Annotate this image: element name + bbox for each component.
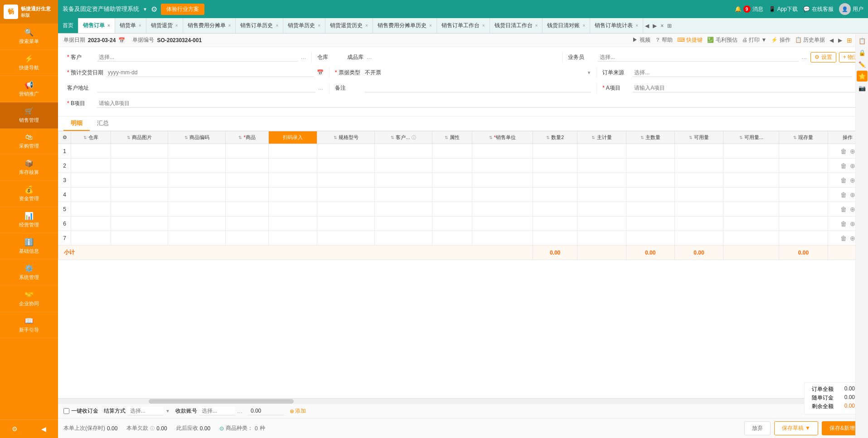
nav-next-icon[interactable]: ▶ bbox=[838, 37, 842, 43]
row7-scan[interactable] bbox=[269, 231, 317, 245]
grid-view-icon[interactable]: ⊞ bbox=[847, 37, 852, 44]
row2-qty2[interactable] bbox=[533, 159, 577, 173]
row4-code[interactable] bbox=[168, 188, 226, 202]
one-click-checkbox[interactable] bbox=[63, 408, 69, 414]
sort-image-icon[interactable]: ⇅ bbox=[127, 135, 131, 140]
row7-code[interactable] bbox=[168, 231, 226, 245]
profit-action-btn[interactable]: 💹 毛利预估 bbox=[707, 36, 737, 44]
tab-goods-history[interactable]: 销货单历史 × bbox=[283, 18, 325, 34]
order-source-input[interactable] bbox=[632, 68, 852, 77]
calendar-icon[interactable]: 📅 bbox=[118, 37, 125, 43]
industry-solution-button[interactable]: 体验行业方案 bbox=[161, 4, 204, 15]
amount-value[interactable]: 0.00 bbox=[248, 407, 284, 415]
tab-close-sales-return[interactable]: × bbox=[175, 23, 178, 28]
sidebar-item-guide[interactable]: 📖 新手引导 bbox=[0, 312, 58, 338]
row5-delete-icon[interactable]: 🗑 bbox=[839, 206, 848, 213]
row3-unit[interactable] bbox=[472, 173, 533, 188]
row7-main-qty[interactable] bbox=[626, 231, 674, 245]
row1-unit[interactable] bbox=[472, 144, 533, 159]
tab-sales-return[interactable]: 销货退货 × bbox=[146, 18, 183, 34]
row3-qty2[interactable] bbox=[533, 173, 577, 188]
row6-goods[interactable] bbox=[225, 217, 268, 231]
tab-close-stats[interactable]: × bbox=[635, 23, 638, 28]
row3-main-unit[interactable] bbox=[577, 173, 626, 188]
a-project-input[interactable] bbox=[632, 84, 859, 92]
row3-goods[interactable] bbox=[225, 173, 268, 188]
settings-btn[interactable]: ⚙ 设置 bbox=[810, 52, 836, 63]
row6-spec[interactable] bbox=[317, 217, 375, 231]
sidebar-item-system[interactable]: ⚙️ 系统管理 bbox=[0, 260, 58, 286]
tab-daily-clear-workbench[interactable]: 钱货日清工作台 × bbox=[490, 18, 543, 34]
sort-code-icon[interactable]: ⇅ bbox=[184, 135, 188, 140]
row2-code[interactable] bbox=[168, 159, 226, 173]
print-action-btn[interactable]: 🖨 打印 ▼ bbox=[742, 36, 767, 44]
row2-delete-icon[interactable]: 🗑 bbox=[839, 162, 848, 169]
tab-close-goods-history[interactable]: × bbox=[318, 23, 320, 28]
row6-qty2[interactable] bbox=[533, 217, 577, 231]
collapse-icon[interactable]: ◀ bbox=[39, 424, 48, 434]
row5-main-qty[interactable] bbox=[626, 202, 674, 217]
row1-attribute[interactable] bbox=[432, 144, 472, 159]
col-scan[interactable]: 扫码录入 bbox=[269, 131, 317, 144]
row2-scan[interactable] bbox=[269, 159, 317, 173]
note-input[interactable] bbox=[365, 84, 592, 92]
right-panel-clipboard-icon[interactable]: 📋 bbox=[857, 35, 868, 46]
row2-goods[interactable] bbox=[225, 159, 268, 173]
sidebar-item-search[interactable]: 🔍 搜索菜单 bbox=[0, 24, 58, 50]
row2-attribute[interactable] bbox=[432, 159, 472, 173]
invoice-value[interactable]: 不开票 bbox=[365, 69, 584, 77]
row6-customer-code[interactable] bbox=[374, 217, 432, 231]
tab-sales-fee-split[interactable]: 销售费用分摊单 × bbox=[183, 18, 236, 34]
tab-close-sales-goods[interactable]: × bbox=[139, 23, 141, 28]
address-more-icon[interactable]: … bbox=[318, 85, 324, 91]
row1-code[interactable] bbox=[168, 144, 226, 159]
customer-code-info-icon[interactable]: ⓘ bbox=[412, 135, 416, 140]
row5-unit[interactable] bbox=[472, 202, 533, 217]
tab-close-daily-account[interactable]: × bbox=[582, 23, 585, 28]
row7-attribute[interactable] bbox=[432, 231, 472, 245]
row1-image[interactable] bbox=[111, 144, 168, 159]
account-input[interactable] bbox=[199, 407, 235, 415]
calendar2-icon[interactable]: 📅 bbox=[317, 69, 324, 76]
discard-button[interactable]: 放弃 bbox=[744, 421, 771, 435]
goods-info-icon[interactable]: ⊙ bbox=[219, 425, 224, 432]
tab-detail[interactable]: 明细 bbox=[63, 116, 90, 131]
row7-customer-code[interactable] bbox=[374, 231, 432, 245]
row6-delete-icon[interactable]: 🗑 bbox=[839, 220, 848, 227]
sidebar-item-quick-nav[interactable]: ⚡ 快捷导航 bbox=[0, 50, 58, 76]
row2-image[interactable] bbox=[111, 159, 168, 173]
customer-more-icon[interactable]: … bbox=[301, 54, 306, 60]
invoice-dropdown-icon[interactable]: ▼ bbox=[587, 70, 591, 75]
row3-delete-icon[interactable]: 🗑 bbox=[839, 177, 848, 184]
row2-warehouse[interactable] bbox=[71, 159, 111, 173]
row5-image[interactable] bbox=[111, 202, 168, 217]
row6-current[interactable] bbox=[779, 217, 828, 231]
history-action-btn[interactable]: 📋 历史单据 bbox=[795, 36, 825, 44]
shortcut-action-btn[interactable]: ⌨ 快捷键 bbox=[677, 36, 703, 44]
sort-current-icon[interactable]: ⇅ bbox=[793, 135, 797, 140]
row4-qty2[interactable] bbox=[533, 188, 577, 202]
tab-close-return-history[interactable]: × bbox=[365, 23, 368, 28]
row3-scan[interactable] bbox=[269, 173, 317, 188]
row3-main-qty[interactable] bbox=[626, 173, 674, 188]
warehouse-value[interactable]: 成品库 bbox=[347, 53, 364, 61]
user-info[interactable]: 👤 用户 bbox=[839, 3, 863, 15]
sort-warehouse-icon[interactable]: ⇅ bbox=[83, 135, 87, 140]
doc-date-value[interactable]: 2023-03-24 bbox=[88, 37, 116, 43]
row5-available2[interactable] bbox=[723, 202, 779, 217]
right-panel-edit-icon[interactable]: ✏️ bbox=[857, 59, 868, 70]
tab-stats[interactable]: 销售订单统计表 × bbox=[590, 18, 643, 34]
tab-order-history[interactable]: 销售订单历史 × bbox=[236, 18, 283, 34]
tab-daily-clear-account[interactable]: 钱货日清对账 × bbox=[543, 18, 590, 34]
row7-spec[interactable] bbox=[317, 231, 375, 245]
payment-input[interactable] bbox=[127, 407, 164, 415]
row3-customer-code[interactable] bbox=[374, 173, 432, 188]
sort-available2-icon[interactable]: ⇅ bbox=[739, 135, 743, 140]
customer-input[interactable] bbox=[97, 53, 298, 62]
row6-attribute[interactable] bbox=[432, 217, 472, 231]
row2-available[interactable] bbox=[674, 159, 723, 173]
table-wrapper[interactable]: ⚙ ⇅ 仓库 ⇅ 商品图片 ⇅ 商品编码 bbox=[58, 131, 868, 398]
tab-summary[interactable]: 汇总 bbox=[90, 116, 116, 131]
save-draft-button[interactable]: 保存草稿 ▼ bbox=[774, 421, 818, 435]
sort-customer-code-icon[interactable]: ⇅ bbox=[391, 135, 394, 140]
